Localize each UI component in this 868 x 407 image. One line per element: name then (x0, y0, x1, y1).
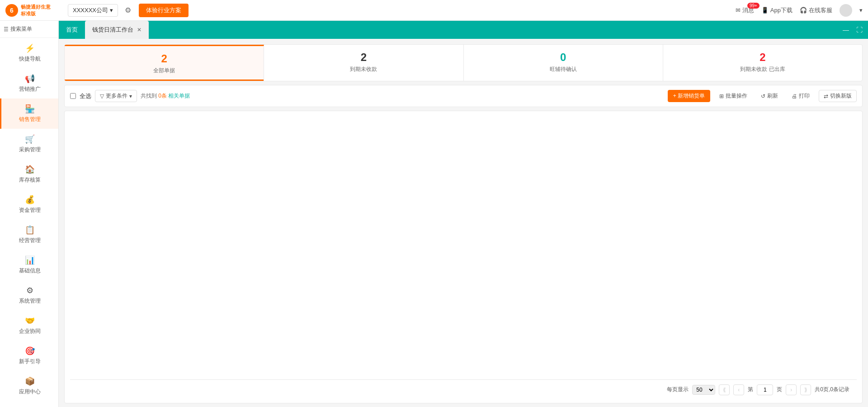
beginner-icon: 🎯 (25, 346, 35, 356)
company-selector[interactable]: XXXXXX公司 ▾ (68, 4, 118, 17)
download-icon: 📱 (761, 7, 769, 14)
next-page-button[interactable]: › (786, 384, 797, 395)
tab-actions: — ⛶ (841, 24, 868, 35)
sidebar-item-sales[interactable]: 🏪 销售管理 (0, 98, 58, 129)
flash-icon: ⚡ (25, 43, 35, 53)
last-page-button[interactable]: ⟫ (800, 384, 811, 395)
chevron-down-icon: ▾ (859, 7, 863, 14)
refresh-icon: ↺ (761, 93, 765, 99)
page-size-select[interactable]: 50 10 20 100 (692, 385, 715, 395)
sidebar-item-inventory[interactable]: 🏠 库存核算 (0, 159, 58, 189)
stats-row: 2 全部单据 2 到期未收款 0 旺辅待确认 2 到期未收款 已出库 (64, 44, 863, 81)
stat-label-overdue-shipped: 到期未收款 已出库 (670, 65, 855, 73)
maximize-icon[interactable]: ⛶ (854, 24, 864, 35)
batch-icon: ⊞ (719, 93, 724, 99)
toolbar: 全选 ▽ 更多条件 ▾ 共找到 0条 相关单据 + 新增销货单 ⊞ 批量操作 (64, 85, 863, 107)
filter-icon: ▽ (100, 93, 104, 99)
stat-num-overdue-shipped: 2 (670, 51, 855, 64)
add-sales-order-button[interactable]: + 新增销货单 (668, 90, 710, 102)
sidebar-item-operations[interactable]: 📋 经营管理 (0, 220, 58, 250)
batch-button[interactable]: ⊞ 批量操作 (715, 90, 752, 102)
filter-button[interactable]: ▽ 更多条件 ▾ (95, 90, 137, 102)
stat-card-overdue-shipped[interactable]: 2 到期未收款 已出库 (663, 45, 862, 81)
first-page-button[interactable]: ⟪ (719, 384, 730, 395)
page-size-label: 每页显示 (667, 386, 689, 393)
funds-icon: 💰 (25, 195, 35, 205)
sidebar-item-app-center[interactable]: 📦 应用中心 (0, 371, 58, 401)
message-icon: ✉ (736, 7, 741, 14)
tab-close-icon[interactable]: ✕ (137, 27, 142, 33)
stat-label-overdue: 到期未收款 (271, 65, 456, 73)
messages-button[interactable]: ✉ 消息 99+ (736, 6, 754, 14)
stat-label-wangwang: 旺辅待确认 (471, 65, 656, 73)
top-bar: 6 畅捷通好生意 标准版 XXXXXX公司 ▾ ⚙ 体验行业方案 ✉ 消息 99… (0, 0, 868, 21)
refresh-button[interactable]: ↺ 刷新 (756, 90, 783, 102)
experience-button[interactable]: 体验行业方案 (139, 4, 189, 17)
sidebar-item-search[interactable]: ☰ 搜索菜单 (0, 21, 58, 38)
system-icon: ⚙ (26, 285, 33, 295)
minimize-icon[interactable]: — (841, 24, 851, 35)
inventory-icon: 🏠 (25, 164, 35, 174)
chevron-down-icon: ▾ (110, 7, 113, 14)
sales-icon: 🏪 (25, 104, 35, 114)
toolbar-right: + 新增销货单 ⊞ 批量操作 ↺ 刷新 🖨 打印 ⇄ (668, 90, 857, 102)
related-link[interactable]: 相关单据 (168, 93, 190, 99)
stat-card-overdue[interactable]: 2 到期未收款 (264, 45, 463, 81)
sidebar-item-quick-nav[interactable]: ⚡ 快捷导航 (0, 38, 58, 68)
nav-tabs: 首页 钱货日清工作台 ✕ — ⛶ (59, 21, 868, 39)
avatar[interactable] (840, 4, 852, 17)
user-menu[interactable]: ▾ (859, 7, 863, 14)
sidebar-item-purchase[interactable]: 🛒 采购管理 (0, 129, 58, 159)
stat-label-all: 全部单据 (72, 67, 256, 75)
select-all-label: 全选 (80, 92, 91, 100)
top-bar-right: ✉ 消息 99+ 📱 App下载 🎧 在线客服 ▾ (736, 4, 863, 17)
app-center-icon: 📦 (25, 376, 35, 386)
prev-page-button[interactable]: ‹ (733, 384, 744, 395)
tab-workbench[interactable]: 钱货日清工作台 ✕ (85, 21, 149, 39)
table-empty (65, 111, 862, 379)
sidebar-item-beginner[interactable]: 🎯 新手引导 (0, 341, 58, 371)
cooperation-icon: 🤝 (25, 316, 35, 326)
found-text: 共找到 0条 相关单据 (141, 92, 190, 100)
sidebar-item-cooperation[interactable]: 🤝 企业协同 (0, 310, 58, 341)
operations-icon: 📋 (25, 225, 35, 235)
print-button[interactable]: 🖨 打印 (787, 90, 814, 102)
basic-info-icon: 📊 (25, 255, 35, 265)
page-container: 2 全部单据 2 到期未收款 0 旺辅待确认 2 到期未收款 已出库 (59, 39, 868, 407)
app-download-button[interactable]: 📱 App下载 (761, 6, 793, 14)
main-content: 首页 钱货日清工作台 ✕ — ⛶ 2 全部单据 2 (59, 21, 868, 407)
switch-version-button[interactable]: ⇄ 切换新版 (819, 90, 857, 102)
stat-active-bar (65, 80, 264, 81)
marketing-icon: 📢 (25, 74, 35, 84)
chevron-down-icon: ▾ (129, 93, 132, 99)
tab-home[interactable]: 首页 (59, 21, 85, 39)
stat-num-overdue: 2 (271, 51, 456, 64)
stat-card-all[interactable]: 2 全部单据 (65, 45, 264, 81)
sidebar: ☰ 搜索菜单 ⚡ 快捷导航 📢 营销推广 🏪 销售管理 🛒 采购管理 🏠 库存核… (0, 21, 59, 407)
company-name: XXXXXX公司 (73, 6, 108, 14)
online-service-button[interactable]: 🎧 在线客服 (800, 6, 832, 14)
select-all-checkbox[interactable] (70, 93, 76, 99)
total-label: 共0页,0条记录 (815, 386, 849, 393)
logo-icon: 6 (5, 4, 18, 17)
pagination: 每页显示 50 10 20 100 ⟪ ‹ 第 页 › ⟫ 共0页,0条记录 (70, 379, 857, 399)
settings-button[interactable]: ⚙ (122, 4, 134, 17)
sidebar-item-system[interactable]: ⚙ 系统管理 (0, 280, 58, 310)
stat-card-wangwang[interactable]: 0 旺辅待确认 (464, 45, 663, 81)
service-icon: 🎧 (800, 7, 807, 14)
sidebar-item-basic-info[interactable]: 📊 基础信息 (0, 250, 58, 280)
sidebar-item-marketing[interactable]: 📢 营销推广 (0, 68, 58, 98)
toolbar-left: 全选 ▽ 更多条件 ▾ 共找到 0条 相关单据 (70, 90, 664, 102)
app-logo: 6 畅捷通好生意 标准版 (5, 4, 64, 17)
sidebar-item-wechat[interactable]: 💬 企业微信 (0, 401, 58, 407)
page-input[interactable] (757, 384, 773, 395)
gear-icon: ⚙ (125, 6, 131, 14)
switch-icon: ⇄ (824, 93, 828, 99)
sidebar-item-funds[interactable]: 💰 资金管理 (0, 189, 58, 220)
search-icon: ☰ (4, 26, 9, 33)
messages-badge: 99+ (747, 3, 760, 9)
stat-num-all: 2 (72, 52, 256, 65)
logo-text: 畅捷通好生意 标准版 (21, 4, 51, 17)
print-icon: 🖨 (792, 93, 797, 99)
table-area: 每页显示 50 10 20 100 ⟪ ‹ 第 页 › ⟫ 共0页,0条记录 (64, 111, 863, 403)
